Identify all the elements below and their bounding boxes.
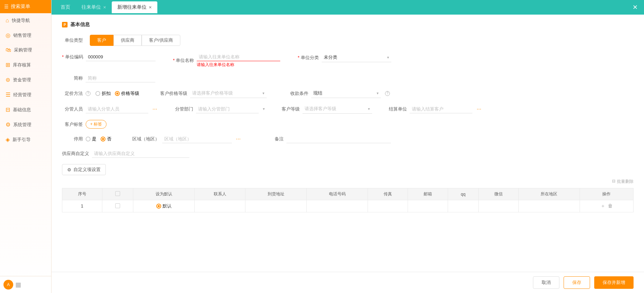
- save-new-button[interactable]: 保存并新增: [594, 276, 634, 289]
- purchase-icon: 🛍: [6, 47, 11, 53]
- bottom-bar: 取消 保存 保存并新增: [52, 272, 644, 293]
- table-header-row: 序号 设为默认 联系人 到货地址 电话号码 传真 邮箱 qq 微信 所在地区 操…: [62, 188, 634, 200]
- col-email: 邮箱: [408, 188, 448, 200]
- radio-discount-label: 折扣: [102, 90, 111, 97]
- manager-input[interactable]: [86, 105, 148, 113]
- customer-level-placeholder: 请选择客户等级: [305, 106, 336, 112]
- customer-tag-label: 客户标签: [62, 121, 83, 128]
- settlement-input[interactable]: [410, 105, 472, 113]
- header-checkbox[interactable]: [115, 191, 120, 196]
- sidebar-item-label: 销售管理: [13, 32, 31, 39]
- sidebar-search-label: 搜索菜单: [11, 3, 30, 10]
- home-icon: ⌂: [6, 17, 9, 24]
- sidebar-item-inventory[interactable]: ⊞ 库存核算: [0, 57, 51, 72]
- cell-email[interactable]: [408, 200, 448, 212]
- cell-wechat[interactable]: [478, 200, 518, 212]
- cell-region[interactable]: [518, 200, 580, 212]
- col-phone: 电话号码: [307, 188, 368, 200]
- sidebar-item-finance[interactable]: ⊜ 资金管理: [0, 72, 51, 87]
- pricing-info-icon[interactable]: ?: [86, 91, 91, 96]
- short-name-input[interactable]: [86, 74, 155, 82]
- sidebar-item-sales[interactable]: ◎ 销售管理: [0, 28, 51, 43]
- sidebar-avatar: A: [3, 280, 13, 290]
- sidebar-item-basics[interactable]: ⊟ 基础信息: [0, 102, 51, 117]
- payment-terms-label: 收款条件: [288, 90, 308, 97]
- cell-fax[interactable]: [368, 200, 408, 212]
- type-btn-supplier[interactable]: 供应商: [113, 35, 142, 46]
- radio-discount[interactable]: 折扣: [95, 90, 111, 97]
- cell-address[interactable]: [245, 200, 306, 212]
- supplier-custom-field: 供应商自定义: [62, 149, 189, 158]
- department-input[interactable]: [196, 105, 259, 113]
- cancel-button[interactable]: 取消: [533, 276, 559, 289]
- cell-contact[interactable]: [195, 200, 245, 212]
- sidebar-search[interactable]: ☰ 搜索菜单: [0, 0, 51, 13]
- pricing-method-field: 定价方法 ? 折扣 价格等级: [62, 90, 139, 97]
- type-btn-both[interactable]: 客户/供应商: [142, 35, 180, 46]
- unit-category-value: 未分类: [324, 54, 337, 60]
- region-more-btn[interactable]: ···: [235, 136, 242, 142]
- code-name-category-row: 单位编码 单位名称 请输入往来单位名称 单位分类 未分类 ▾: [62, 53, 634, 68]
- remarks-field: 备注: [263, 135, 391, 143]
- custom-settings-label: 自定义项设置: [73, 166, 101, 173]
- row-delete-icon[interactable]: 🗑: [608, 203, 613, 209]
- row-add-icon[interactable]: ＋: [600, 203, 605, 209]
- add-tag-label: + 标签: [90, 121, 102, 127]
- customer-level-select[interactable]: 请选择客户等级 ▾: [303, 104, 372, 114]
- payment-info-icon[interactable]: ?: [385, 91, 390, 96]
- supplier-custom-label: 供应商自定义: [62, 150, 89, 157]
- add-tag-button[interactable]: + 标签: [86, 120, 107, 129]
- manager-more-btn[interactable]: ···: [151, 106, 158, 112]
- unit-name-input[interactable]: [197, 53, 280, 61]
- disable-field: 停用 是 否: [62, 136, 111, 142]
- tab-partners[interactable]: 往来单位 ✕: [76, 1, 112, 13]
- department-label: 分管部门: [172, 106, 193, 112]
- customer-level-field: 客户等级 请选择客户等级 ▾: [279, 104, 372, 114]
- manager-row: 分管人员 ··· 分管部门 ▾ 客户等级 请选择客户等级 ▾ 结算单位 ···: [62, 104, 634, 114]
- sidebar-item-operations[interactable]: ☰ 经营管理: [0, 87, 51, 102]
- supplier-custom-row: 供应商自定义: [62, 149, 634, 158]
- row-checkbox[interactable]: [115, 203, 120, 208]
- window-close-button[interactable]: ✕: [630, 3, 641, 11]
- customer-price-level-select[interactable]: 请选择客户价格等级 ▾: [190, 89, 267, 98]
- type-btn-customer[interactable]: 客户: [90, 35, 113, 46]
- sidebar-item-guide[interactable]: ◈ 新手引导: [0, 132, 51, 147]
- search-icon: ☰: [4, 4, 9, 9]
- tab-partners-label: 往来单位: [81, 4, 101, 10]
- manager-field: 分管人员 ···: [62, 105, 158, 113]
- cell-seq: 1: [62, 200, 102, 212]
- radio-price-level-circle: [115, 91, 120, 96]
- sidebar-item-system[interactable]: ⚙ 系统管理: [0, 117, 51, 132]
- tab-partners-close[interactable]: ✕: [103, 5, 106, 10]
- unit-name-field: 单位名称 请输入往来单位名称: [173, 53, 281, 68]
- row-default-radio[interactable]: 默认: [137, 203, 191, 209]
- unit-type-label: 单位类型: [62, 37, 83, 43]
- section-icon: P: [62, 22, 68, 27]
- radio-yes[interactable]: 是: [86, 136, 96, 142]
- settlement-label: 结算单位: [386, 106, 407, 112]
- custom-settings-button[interactable]: ⚙ 自定义项设置: [62, 164, 106, 175]
- payment-terms-select[interactable]: 现结 ▾: [311, 89, 381, 98]
- cell-phone[interactable]: [307, 200, 368, 212]
- unit-category-select[interactable]: 未分类 ▾: [322, 53, 391, 62]
- supplier-custom-input[interactable]: [92, 149, 189, 158]
- sidebar-item-purchase[interactable]: 🛍 采购管理: [0, 43, 51, 57]
- tab-new-partner[interactable]: 新增往来单位 ✕: [112, 1, 157, 13]
- cell-qq[interactable]: [448, 200, 479, 212]
- unit-name-error: 请输入往来单位名称: [197, 62, 280, 68]
- save-button[interactable]: 保存: [564, 276, 590, 289]
- unit-code-input[interactable]: [86, 53, 156, 61]
- remarks-input[interactable]: [286, 135, 391, 143]
- radio-price-level[interactable]: 价格等级: [115, 90, 139, 97]
- payment-terms-field: 收款条件 现结 ▾ ?: [288, 89, 390, 98]
- radio-no[interactable]: 否: [101, 136, 111, 142]
- tab-home[interactable]: 首页: [55, 1, 76, 13]
- tab-new-partner-close[interactable]: ✕: [149, 5, 152, 10]
- region-input[interactable]: [162, 135, 232, 143]
- contact-table: 序号 设为默认 联系人 到货地址 电话号码 传真 邮箱 qq 微信 所在地区 操…: [62, 188, 634, 212]
- batch-delete-label[interactable]: 批量删除: [617, 179, 634, 185]
- sidebar-item-label: 经营管理: [13, 92, 31, 98]
- sidebar-item-quick-nav[interactable]: ⌂ 快捷导航: [0, 13, 51, 28]
- settlement-more-btn[interactable]: ···: [475, 106, 482, 112]
- short-name-label: 简称: [62, 75, 83, 81]
